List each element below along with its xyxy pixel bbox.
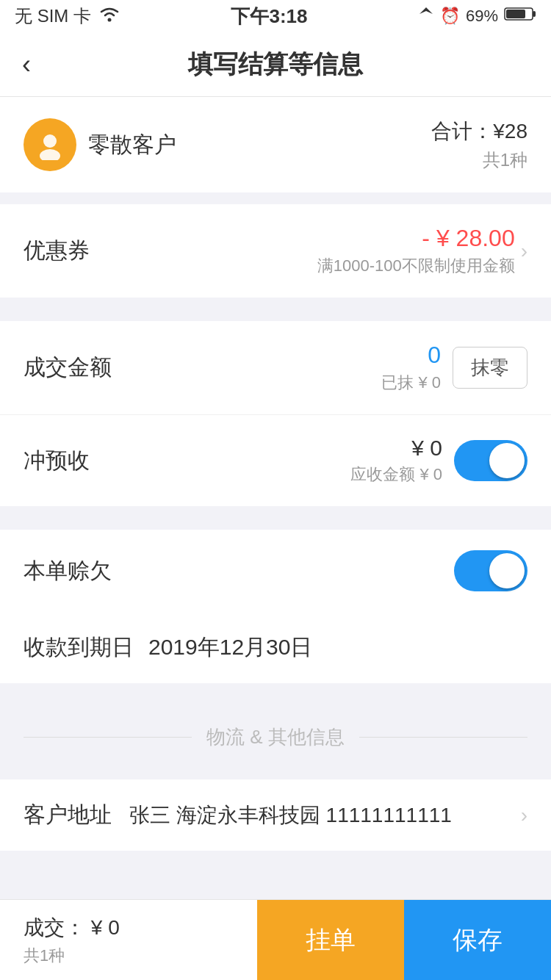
location-icon [418, 6, 434, 26]
address-chevron-icon: › [521, 804, 527, 827]
due-date-value: 2019年12月30日 [148, 633, 312, 663]
debt-toggle[interactable] [454, 550, 527, 591]
deal-label: 成交： [24, 916, 85, 939]
svg-rect-3 [506, 10, 525, 18]
content: 零散客户 合计：¥28 共1种 优惠券 - ¥ 28.00 满1000-100不… [0, 97, 551, 951]
address-row[interactable]: 客户地址 张三 海淀永丰科技园 11111111111 › [0, 779, 551, 851]
round-button[interactable]: 抹零 [453, 347, 527, 389]
customer-left: 零散客户 [24, 118, 176, 171]
coupon-right: - ¥ 28.00 满1000-100不限制使用金额 › [317, 225, 527, 277]
time-display: 下午3:18 [231, 4, 307, 29]
prepay-values: ¥ 0 应收金额 ¥ 0 [350, 436, 442, 486]
customer-total: 合计：¥28 共1种 [431, 118, 527, 172]
coupon-value: - ¥ 28.00 满1000-100不限制使用金额 [317, 225, 515, 277]
prepayment-right: ¥ 0 应收金额 ¥ 0 [350, 436, 527, 486]
status-bar: 无 SIM 卡 下午3:18 ⏰ 69% [0, 0, 551, 32]
carrier-text: 无 SIM 卡 [15, 4, 91, 28]
prepayment-toggle[interactable] [454, 440, 527, 481]
already-rounded: 已抹 ¥ 0 [381, 372, 441, 394]
address-label: 客户地址 [24, 800, 112, 830]
avatar [24, 118, 76, 171]
prepay-amount: ¥ 0 [350, 436, 442, 461]
logistics-divider: 物流 & 其他信息 [24, 724, 527, 750]
total-amount: 合计：¥28 [431, 118, 527, 145]
transaction-amount: 0 [381, 342, 441, 369]
svg-point-0 [108, 18, 112, 22]
coupon-amount: - ¥ 28.00 [317, 225, 515, 252]
transaction-section: 成交金额 0 已抹 ¥ 0 抹零 冲预收 ¥ 0 应收金额 ¥ 0 [0, 321, 551, 506]
save-button[interactable]: 保存 [404, 900, 551, 981]
toggle-knob [489, 443, 525, 478]
svg-point-4 [43, 134, 57, 148]
prepayment-row: 冲预收 ¥ 0 应收金额 ¥ 0 [0, 415, 551, 506]
divider-right [359, 737, 527, 738]
deal-amount: ¥ 0 [91, 916, 120, 939]
section-divider-1 [0, 309, 551, 321]
transaction-right: 0 已抹 ¥ 0 抹零 [381, 342, 527, 394]
battery-text: 69% [466, 7, 498, 26]
due-date-row: 收款到期日 2019年12月30日 [0, 612, 551, 683]
section-divider-3 [0, 695, 551, 707]
total-count: 共1种 [431, 148, 527, 172]
debt-section: 本单赊欠 收款到期日 2019年12月30日 [0, 530, 551, 683]
svg-rect-2 [533, 11, 536, 17]
divider-left [24, 737, 192, 738]
status-right: ⏰ 69% [418, 6, 536, 26]
debt-toggle-knob [489, 553, 525, 588]
battery-icon [504, 6, 536, 26]
hang-button[interactable]: 挂单 [257, 900, 404, 981]
bottom-bar: 成交： ¥ 0 共1种 挂单 保存 [0, 899, 551, 980]
prepayment-label: 冲预收 [24, 446, 90, 476]
section-divider-2 [0, 518, 551, 530]
logistics-section: 物流 & 其他信息 [0, 707, 551, 768]
wifi-icon [98, 6, 120, 26]
back-button[interactable]: ‹ [22, 49, 31, 80]
transaction-label: 成交金额 [24, 353, 112, 383]
coupon-desc: 满1000-100不限制使用金额 [317, 255, 515, 277]
nav-bar: ‹ 填写结算等信息 [0, 32, 551, 97]
debt-label: 本单赊欠 [24, 556, 112, 586]
coupon-label: 优惠券 [24, 236, 90, 266]
transaction-row: 成交金额 0 已抹 ¥ 0 抹零 [0, 321, 551, 415]
logistics-label: 物流 & 其他信息 [206, 724, 345, 750]
bottom-count: 共1种 [24, 945, 234, 967]
alarm-icon: ⏰ [440, 7, 460, 26]
address-value: 张三 海淀永丰科技园 11111111111 [129, 801, 521, 829]
bottom-deal: 成交： ¥ 0 [24, 914, 234, 942]
prepay-receivable: 应收金额 ¥ 0 [350, 464, 442, 486]
debt-row: 本单赊欠 [0, 530, 551, 612]
customer-row: 零散客户 合计：¥28 共1种 [0, 97, 551, 192]
bottom-info: 成交： ¥ 0 共1种 [0, 914, 257, 967]
status-left: 无 SIM 卡 [15, 4, 120, 28]
due-date-label: 收款到期日 [24, 633, 134, 663]
coupon-row[interactable]: 优惠券 - ¥ 28.00 满1000-100不限制使用金额 › [0, 204, 551, 298]
customer-name: 零散客户 [88, 130, 176, 160]
coupon-chevron-icon: › [521, 239, 527, 263]
svg-point-5 [40, 149, 60, 160]
transaction-amount-col: 0 已抹 ¥ 0 [381, 342, 441, 394]
nav-title: 填写结算等信息 [188, 48, 363, 82]
